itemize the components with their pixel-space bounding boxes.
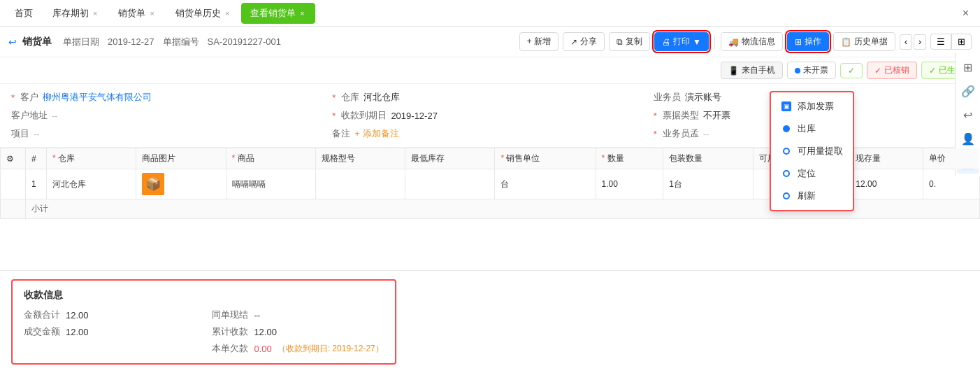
tab-bar: 首页 库存期初 × 销货单 × 销货单历史 × 查看销货单 × × — [0, 0, 980, 27]
project-value: -- — [34, 129, 40, 139]
doc-title: 销货单 — [22, 36, 52, 48]
address-field: 客户地址 -- — [11, 109, 326, 122]
history-button[interactable]: 📋 历史单据 — [833, 32, 895, 51]
tab-sales-history-close[interactable]: × — [224, 9, 231, 17]
sales-staff-required-star: * — [654, 129, 657, 139]
ticket-type-label: 票据类型 — [663, 109, 699, 122]
col-pack-qty-header: 包装数量 — [663, 148, 753, 169]
print-icon: 🖨 — [662, 37, 670, 47]
payment-owe-value: 0.00 — [254, 344, 271, 354]
print-label: 打印 — [673, 36, 690, 48]
doc-header-left: ↩ 销货单 — [8, 36, 52, 48]
payment-cumulative-label: 累计收款 — [212, 325, 248, 338]
tab-home-label: 首页 — [15, 7, 33, 20]
payment-cumulative-row: 累计收款 12.00 — [212, 325, 383, 338]
payment-date-field: * 收款到期日 2019-12-27 — [332, 109, 647, 122]
sidebar-icon-2[interactable]: 🔗 — [957, 80, 979, 102]
window-close-button[interactable]: × — [957, 7, 974, 20]
copy-icon: ⧉ — [617, 37, 623, 47]
view-toggle: ☰ ⊞ — [930, 34, 972, 50]
sidebar-icon-3[interactable]: ↩ — [957, 104, 979, 126]
col-num-header: # — [26, 148, 47, 169]
payment-owe-note: （收款到期日: 2019-12-27） — [278, 343, 384, 355]
row-current-stock: 12.00 — [850, 169, 923, 199]
row-pack-qty: 1台 — [663, 169, 753, 199]
sidebar-icon-4[interactable]: 👤 — [957, 127, 979, 150]
tab-view-sales-close[interactable]: × — [298, 9, 305, 17]
new-button[interactable]: + 新增 — [519, 32, 559, 51]
row-min-stock — [405, 169, 495, 199]
payment-owe-row: 本单欠款 0.00 （收款到期日: 2019-12-27） — [212, 342, 383, 355]
warehouse-value: 河北仓库 — [363, 91, 400, 104]
dropdown-locate[interactable]: 定位 — [771, 162, 853, 185]
tab-sales-order[interactable]: 销货单 × — [109, 3, 164, 24]
tab-sales-order-close[interactable]: × — [148, 9, 155, 17]
row-num: 1 — [26, 169, 47, 199]
operate-label: 操作 — [805, 36, 821, 48]
payment-date-label: 收款到期日 — [341, 109, 387, 122]
warehouse-label: 仓库 — [341, 91, 359, 104]
operate-icon: ⊞ — [795, 37, 802, 47]
col-current-stock-header: 现存量 — [850, 148, 923, 169]
effective-check-icon: ✓ — [929, 66, 936, 76]
doc-date-value: 2019-12-27 — [108, 36, 154, 47]
col-min-stock-header: 最低库存 — [405, 148, 495, 169]
tab-inventory-init[interactable]: 库存期初 × — [43, 3, 108, 24]
note-label: 备注 — [332, 127, 350, 140]
doc-number-value: SA-20191227-001 — [208, 36, 282, 47]
tab-view-sales[interactable]: 查看销货单 × — [241, 3, 315, 24]
dropdown-refresh[interactable]: 刷新 — [771, 185, 853, 207]
tab-sales-history-label: 销货单历史 — [175, 7, 221, 20]
dropdown-available-extract[interactable]: 可用量提取 — [771, 140, 853, 162]
history-label: 历史单据 — [854, 36, 888, 48]
share-button[interactable]: ↗ 分享 — [563, 32, 605, 51]
confirmed-icon-btn[interactable]: ✓ — [840, 63, 863, 78]
tab-sales-history[interactable]: 销货单历史 × — [166, 3, 240, 24]
from-phone-label: 来自手机 — [742, 64, 775, 76]
note-field: 备注 + 添加备注 — [332, 127, 647, 140]
payment-same-order-row: 同单现结 -- — [212, 309, 383, 321]
dropdown-out-stock[interactable]: 出库 — [771, 118, 853, 140]
tab-inventory-init-label: 库存期初 — [52, 7, 89, 20]
doc-icon: ↩ — [8, 36, 17, 48]
row-img: 📦 — [136, 169, 226, 199]
print-button[interactable]: 🖨 打印 ▼ — [654, 32, 709, 51]
gear-icon[interactable]: ⚙ — [6, 154, 14, 164]
page-prev-button[interactable]: ‹ — [900, 34, 912, 50]
view-grid-button[interactable]: ⊞ — [951, 34, 972, 50]
logistics-button[interactable]: 🚚 物流信息 — [721, 32, 783, 51]
nukesale-button[interactable]: ✓ 已核销 — [867, 62, 917, 79]
copy-button[interactable]: ⧉ 复制 — [609, 32, 650, 51]
sidebar-icon-1[interactable]: ⊞ — [957, 56, 979, 78]
available-extract-label: 可用量提取 — [798, 145, 843, 157]
subtotal-gear — [1, 199, 26, 219]
warehouse-field: * 仓库 河北仓库 — [332, 91, 647, 104]
doc-header: ↩ 销货单 单据日期 2019-12-27 单据编号 SA-20191227-0… — [0, 27, 980, 57]
col-img-header: 商品图片 — [136, 148, 226, 169]
circle-icon — [783, 125, 790, 132]
check-icon: ✓ — [874, 66, 881, 76]
view-list-button[interactable]: ☰ — [930, 34, 951, 50]
warehouse-required-star: * — [332, 92, 336, 103]
col-qty-header: * 数量 — [596, 148, 663, 169]
history-icon: 📋 — [841, 37, 851, 47]
locate-icon — [781, 168, 792, 179]
payment-grid: 金额合计 12.00 同单现结 -- 成交金额 12.00 累计收款 12.00 — [24, 309, 384, 355]
tab-home[interactable]: 首页 — [6, 3, 42, 24]
operate-button[interactable]: ⊞ 操作 — [787, 32, 829, 51]
page-next-button[interactable]: › — [914, 34, 926, 50]
product-image: 📦 — [142, 173, 164, 195]
address-label: 客户地址 — [11, 109, 48, 122]
not-opened-button[interactable]: 未开票 — [787, 62, 836, 79]
customer-value[interactable]: 柳州粤港平安气体有限公司 — [43, 91, 152, 104]
col-product-header: * 商品 — [226, 148, 315, 169]
payment-deal-label: 成交金额 — [24, 325, 60, 338]
refresh-icon — [781, 190, 792, 202]
project-field: 项目 -- — [11, 127, 326, 140]
from-phone-button[interactable]: 📱 来自手机 — [721, 62, 783, 79]
sub-toolbar: 📱 来自手机 未开票 ✓ ✓ 已核销 ✓ 已生效 — [0, 57, 980, 84]
dropdown-add-invoice[interactable]: ▣ 添加发票 — [771, 95, 853, 118]
row-warehouse: 河北仓库 — [47, 169, 136, 199]
add-note-button[interactable]: + 添加备注 — [354, 127, 398, 140]
tab-inventory-init-close[interactable]: × — [92, 9, 99, 17]
